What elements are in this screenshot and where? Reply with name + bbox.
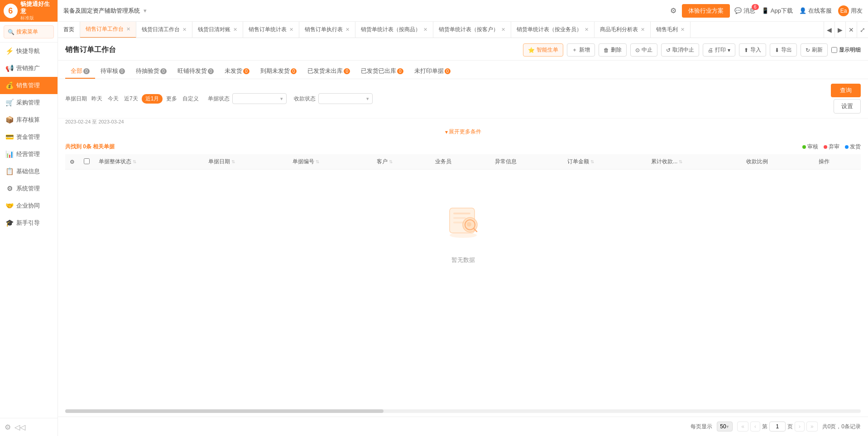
sidebar-item-inventory[interactable]: 📦 库存核算	[0, 111, 58, 128]
tab-goods-margin[interactable]: 商品毛利分析表 ✕	[595, 22, 651, 38]
delete-icon: 🗑	[604, 47, 609, 53]
tab-scroll-right[interactable]: ▶	[834, 22, 845, 38]
tab-sales-order-exec[interactable]: 销售订单执行表 ✕	[299, 22, 355, 38]
tab-sales-stats-product[interactable]: 销货单统计表（按商品） ✕	[355, 22, 433, 38]
cancel-stop-button[interactable]: ↺ 取消中止	[661, 43, 699, 57]
set-button[interactable]: 设置	[834, 99, 861, 114]
refresh-button[interactable]: ↻ 刷新	[801, 43, 828, 57]
horizontal-scrollbar[interactable]	[65, 409, 861, 413]
sidebar-item-purchase[interactable]: 🛒 采购管理	[0, 94, 58, 111]
tab-cash-day-clear[interactable]: 钱货日清工作台 ✕	[136, 22, 192, 38]
cancel-review-action-button[interactable]: 弃审	[824, 143, 839, 151]
user-avatar-item[interactable]: Ea 用友	[838, 5, 863, 16]
tab-home[interactable]: 首页	[58, 22, 80, 38]
sidebar-item-operations[interactable]: 📊 经营管理	[0, 146, 58, 163]
settings-footer-icon[interactable]: ⚙	[5, 423, 11, 431]
sort-amount[interactable]: 订单金额 ⇅	[567, 158, 643, 166]
tab-close-sales-gross[interactable]: ✕	[681, 27, 685, 33]
query-button[interactable]: 查询	[831, 84, 861, 97]
next-page-button[interactable]: ›	[795, 422, 805, 431]
tab-close-sales-stats-product[interactable]: ✕	[423, 27, 427, 33]
th-settings[interactable]: ⚙	[65, 154, 79, 170]
sub-tab-overdue-not-shipped[interactable]: 到期未发货0	[255, 64, 302, 79]
tab-close-cash-goods-reconcile[interactable]: ✕	[233, 27, 237, 33]
search-menu-button[interactable]: 🔍 搜索菜单	[4, 25, 54, 38]
page-input[interactable]	[769, 422, 786, 431]
sidebar-item-guide[interactable]: 🎓 新手引导	[0, 214, 58, 232]
topbar-settings-icon[interactable]: ⚙	[670, 6, 676, 15]
prev-page-button[interactable]: ‹	[750, 422, 760, 431]
sidebar-item-enterprise[interactable]: 🤝 企业协同	[0, 197, 58, 214]
message-item[interactable]: 💬 消息 6	[734, 7, 755, 15]
sidebar-item-base-info[interactable]: 📋 基础信息	[0, 163, 58, 180]
sub-tab-not-shipped[interactable]: 未发货0	[219, 64, 255, 79]
tab-close-sales-order-exec[interactable]: ✕	[345, 27, 350, 33]
tab-sales-gross[interactable]: 销售毛利 ✕	[651, 22, 691, 38]
collapse-icon[interactable]: ◁◁	[14, 423, 25, 431]
date-option-1month[interactable]: 近1月	[142, 94, 163, 104]
sort-collected[interactable]: 累计收款... ⇅	[651, 158, 737, 166]
ship-action-button[interactable]: 发货	[845, 143, 861, 151]
date-option-today[interactable]: 今天	[106, 94, 120, 104]
tab-sales-workbench[interactable]: 销售订单工作台 ✕	[80, 22, 136, 38]
orders-table: ⚙ 单据整体状态 ⇅	[65, 154, 861, 170]
expand-conditions-button[interactable]: ▾ 展开更多条件	[445, 128, 481, 136]
app-download-item[interactable]: 📱 App下载	[762, 7, 793, 15]
online-service-label: 在线客服	[808, 7, 832, 15]
import-button[interactable]: ⬆ 导入	[739, 43, 766, 57]
tab-close-sales-workbench[interactable]: ✕	[126, 26, 130, 32]
sidebar-item-quick-nav[interactable]: ⚡ 快捷导航	[0, 43, 58, 60]
stop-button[interactable]: ⊙ 中止	[630, 43, 657, 57]
export-button[interactable]: ⬇ 导出	[770, 43, 797, 57]
scrollbar-thumb[interactable]	[65, 409, 384, 413]
delete-button[interactable]: 🗑 删除	[599, 43, 627, 57]
select-all-checkbox[interactable]	[84, 158, 90, 164]
tab-sales-stats-customer[interactable]: 销货单统计表（按客户） ✕	[433, 22, 511, 38]
payment-select[interactable]	[318, 93, 373, 104]
sort-code[interactable]: 单据编号 ⇅	[293, 158, 368, 166]
date-option-yesterday[interactable]: 昨天	[90, 94, 104, 104]
tab-sales-order-stats[interactable]: 销售订单统计表 ✕	[243, 22, 299, 38]
tab-close-all[interactable]: ✕	[845, 22, 857, 38]
tab-cash-goods-reconcile[interactable]: 钱货日清对账 ✕	[192, 22, 243, 38]
sub-tab-shipped-warehoused[interactable]: 已发货已出库0	[355, 64, 409, 79]
tab-close-sales-stats-staff[interactable]: ✕	[585, 27, 589, 33]
smart-create-button[interactable]: ⭐ 智能生单	[523, 43, 563, 57]
sub-tab-pending-inspect[interactable]: 待抽验货0	[130, 64, 172, 79]
sub-tab-pending-review[interactable]: 待审核0	[95, 64, 131, 79]
sub-tab-wangpu-pending[interactable]: 旺铺待发货0	[172, 64, 220, 79]
sort-status[interactable]: 单据整体状态 ⇅	[99, 158, 199, 166]
page-size-select[interactable]: 20 50 100	[717, 422, 733, 431]
sidebar-item-finance[interactable]: 💳 资金管理	[0, 128, 58, 146]
review-action-button[interactable]: 审核	[802, 143, 818, 151]
add-button[interactable]: ＋ 新增	[567, 43, 595, 57]
date-option-more[interactable]: 更多	[164, 94, 179, 104]
online-service-item[interactable]: 👤 在线客服	[799, 7, 832, 15]
tab-sales-stats-staff[interactable]: 销货单统计表（按业务员） ✕	[511, 22, 595, 38]
tab-close-sales-stats-customer[interactable]: ✕	[501, 27, 505, 33]
industry-solution-button[interactable]: 体验行业方案	[682, 4, 730, 18]
tab-scroll-left[interactable]: ◀	[824, 22, 834, 38]
sidebar-item-marketing[interactable]: 📢 营销推广	[0, 60, 58, 77]
date-option-7days[interactable]: 近7天	[122, 94, 140, 104]
show-detail-label-area[interactable]: 显示明细	[831, 46, 861, 54]
first-page-button[interactable]: «	[737, 422, 748, 431]
sub-tab-not-printed[interactable]: 未打印单据0	[409, 64, 456, 79]
print-button[interactable]: 🖨 打印 ▾	[703, 43, 735, 57]
date-option-custom[interactable]: 自定义	[181, 94, 201, 104]
sort-date[interactable]: 单据日期 ⇅	[208, 158, 283, 166]
tab-close-goods-margin[interactable]: ✕	[641, 27, 645, 33]
status-select[interactable]	[232, 93, 287, 104]
sidebar-item-sales[interactable]: 💰 销售管理	[0, 77, 58, 94]
svg-rect-2	[453, 213, 470, 214]
last-page-button[interactable]: »	[806, 422, 818, 431]
tab-close-sales-order-stats[interactable]: ✕	[289, 27, 293, 33]
sort-customer[interactable]: 客户 ⇅	[377, 158, 426, 166]
sub-tab-all[interactable]: 全部0	[65, 64, 95, 79]
sub-tab-shipped-not-warehoused[interactable]: 已发货未出库0	[302, 64, 355, 79]
sidebar-item-system[interactable]: ⚙ 系统管理	[0, 180, 58, 197]
tab-close-cash-day-clear[interactable]: ✕	[182, 27, 187, 33]
th-exception: 异常信息	[490, 154, 563, 170]
tab-maximize[interactable]: ⤢	[857, 22, 868, 38]
show-detail-checkbox[interactable]	[831, 47, 837, 53]
